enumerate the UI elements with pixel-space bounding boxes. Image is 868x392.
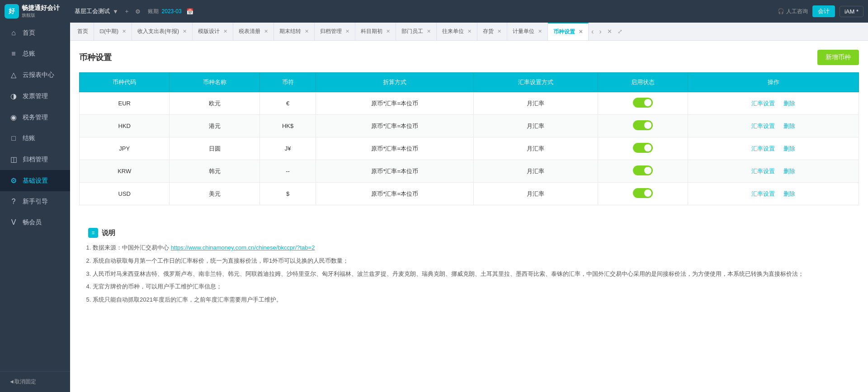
sidebar-item-member[interactable]: V 畅会员 [0, 212, 70, 233]
sidebar-item-home[interactable]: ⌂ 首页 [0, 23, 70, 43]
tab-income[interactable]: 收入支出表(年报) ✕ [132, 23, 193, 40]
tab-subject[interactable]: 科目期初 ✕ [355, 23, 396, 40]
add-project-icon[interactable]: ＋ [124, 7, 130, 15]
tab-archivemgr-close[interactable]: ✕ [345, 28, 349, 34]
cell-name-0: 欧元 [170, 92, 259, 115]
tab-contact-close[interactable]: ✕ [467, 28, 472, 34]
tab-prev-btn[interactable]: ‹ [589, 28, 596, 36]
tab-taxclear[interactable]: 税表清册 ✕ [233, 23, 274, 40]
tab-currency-close[interactable]: ✕ [579, 29, 583, 35]
rate-setting-link-2[interactable]: 汇率设置 [751, 145, 775, 152]
rate-setting-link-1[interactable]: 汇率设置 [751, 123, 775, 129]
sidebar-label-ledger: 总账 [23, 50, 35, 58]
toggle-enabled-2[interactable] [633, 143, 653, 153]
tab-unit-close[interactable]: ✕ [538, 28, 542, 34]
sidebar-item-archive[interactable]: ◫ 归档管理 [0, 149, 70, 170]
delete-link-4[interactable]: 删除 [783, 190, 795, 197]
toggle-enabled-0[interactable] [633, 98, 653, 108]
tab-archivemgr[interactable]: 归档管理 ✕ [315, 23, 355, 40]
toggle-enabled-1[interactable] [633, 120, 653, 130]
tab-template-close[interactable]: ✕ [223, 28, 227, 34]
app-container: 好 畅捷通好会计 旗舰版 基层工会测试 ▼ ＋ ⚙ 账期 2023-03 📅 🎧… [0, 0, 868, 392]
guide-icon: ? [9, 198, 18, 206]
cell-name-2: 日圆 [170, 137, 259, 160]
cell-calc-3: 原币*汇率=本位币 [316, 160, 474, 183]
tab-archivemgr-label: 归档管理 [320, 28, 342, 35]
new-currency-button[interactable]: 新增币种 [817, 50, 859, 65]
cell-action-3: 汇率设置 删除 [688, 160, 859, 183]
delete-link-0[interactable]: 删除 [783, 100, 795, 107]
cell-symbol-2: J¥ [259, 137, 316, 160]
calendar-icon[interactable]: 📅 [186, 8, 193, 15]
tab-unit-label: 计量单位 [513, 28, 534, 35]
tax-icon: ◉ [9, 113, 18, 122]
note-item-2: 系统自动获取每月第一个工作日的汇率标价，统一为直接标价法，即1外币可以兑换的人民… [93, 256, 850, 266]
tab-taxclear-close[interactable]: ✕ [264, 28, 268, 34]
tab-template[interactable]: 模版设计 ✕ [193, 23, 233, 40]
settle-icon: □ [9, 134, 18, 142]
settings-icon[interactable]: ⚙ [135, 8, 141, 15]
toggle-enabled-3[interactable] [633, 165, 653, 175]
tab-period-close[interactable]: ✕ [305, 28, 309, 34]
tab-next-btn[interactable]: › [596, 28, 604, 36]
tab-contact[interactable]: 往来单位 ✕ [437, 23, 477, 40]
support-link[interactable]: 🎧 人工咨询 [778, 8, 808, 15]
sidebar-label-archive: 归档管理 [23, 156, 48, 164]
col-name: 币种名称 [170, 73, 259, 92]
toggle-enabled-4[interactable] [633, 188, 653, 198]
tab-inventory[interactable]: 存货 ✕ [477, 23, 507, 40]
tab-period[interactable]: 期末结转 ✕ [274, 23, 315, 40]
tab-maximize-btn[interactable]: ⤢ [615, 28, 625, 35]
note-link[interactable]: https://www.chinamoney.com.cn/chinese/bk… [171, 244, 315, 251]
note-item-1: 数据来源：中国外汇交易中心 https://www.chinamoney.com… [93, 243, 850, 253]
tab-close-all-btn[interactable]: ✕ [604, 28, 615, 35]
sidebar-item-guide[interactable]: ? 新手引导 [0, 191, 70, 212]
note-item-5: 系统只能自动抓取2021年度后的汇率，之前年度汇率需要用户手工维护。 [93, 295, 850, 305]
delete-link-3[interactable]: 删除 [783, 168, 795, 175]
sidebar-label-invoice: 发票管理 [23, 92, 48, 100]
sidebar-item-reports[interactable]: △ 云报表中心 [0, 64, 70, 85]
note-icon: ≡ [88, 228, 98, 238]
dropdown-icon[interactable]: ▼ [113, 8, 118, 15]
col-symbol: 币符 [259, 73, 316, 92]
sidebar-label-home: 首页 [23, 29, 35, 37]
tab-department-close[interactable]: ✕ [427, 28, 431, 34]
cell-name-3: 韩元 [170, 160, 259, 183]
account-button[interactable]: 会计 [812, 5, 835, 17]
header-right: 🎧 人工咨询 会计 iAM * [778, 5, 863, 17]
rate-setting-link-0[interactable]: 汇率设置 [751, 100, 775, 107]
pin-toggle[interactable]: ◄取消固定 [0, 371, 70, 392]
delete-link-1[interactable]: 删除 [783, 123, 795, 129]
tab-subject-close[interactable]: ✕ [386, 28, 390, 34]
tab-template-label: 模版设计 [198, 28, 220, 35]
page-header: 币种设置 新增币种 [79, 50, 859, 65]
tab-department[interactable]: 部门员工 ✕ [396, 23, 437, 40]
note-list: 数据来源：中国外汇交易中心 https://www.chinamoney.com… [88, 243, 850, 305]
sidebar-item-ledger[interactable]: ≡ 总账 [0, 43, 70, 64]
delete-link-2[interactable]: 删除 [783, 145, 795, 152]
sidebar-item-basic[interactable]: ⚙ 基础设置 [0, 170, 70, 191]
tab-home[interactable]: 首页 [72, 23, 94, 40]
cell-symbol-3: -- [259, 160, 316, 183]
tab-balance-close[interactable]: ✕ [122, 28, 126, 34]
tab-unit[interactable]: 计量单位 ✕ [507, 23, 548, 40]
cell-calc-4: 原币*汇率=本位币 [316, 183, 474, 205]
col-status: 启用状态 [598, 73, 688, 92]
tab-currency[interactable]: 币种设置 ✕ [548, 23, 589, 40]
tab-balance[interactable]: ⊡(中期) ✕ [94, 23, 132, 40]
sidebar-item-invoice[interactable]: ◑ 发票管理 [0, 85, 70, 107]
cell-calc-0: 原币*汇率=本位币 [316, 92, 474, 115]
sidebar-label-tax: 税务管理 [23, 113, 48, 122]
rate-setting-link-4[interactable]: 汇率设置 [751, 190, 775, 197]
user-label[interactable]: iAM * [840, 6, 863, 17]
rate-setting-link-3[interactable]: 汇率设置 [751, 168, 775, 175]
cell-symbol-1: HK$ [259, 115, 316, 137]
home-icon: ⌂ [9, 29, 18, 37]
cell-status-2 [598, 137, 688, 160]
sidebar-item-settle[interactable]: □ 结账 [0, 128, 70, 149]
tab-inventory-close[interactable]: ✕ [497, 28, 501, 34]
tab-income-label: 收入支出表(年报) [137, 28, 179, 35]
project-name: 基层工会测试 [75, 7, 110, 15]
tab-income-close[interactable]: ✕ [183, 28, 187, 34]
sidebar-item-tax[interactable]: ◉ 税务管理 [0, 107, 70, 128]
